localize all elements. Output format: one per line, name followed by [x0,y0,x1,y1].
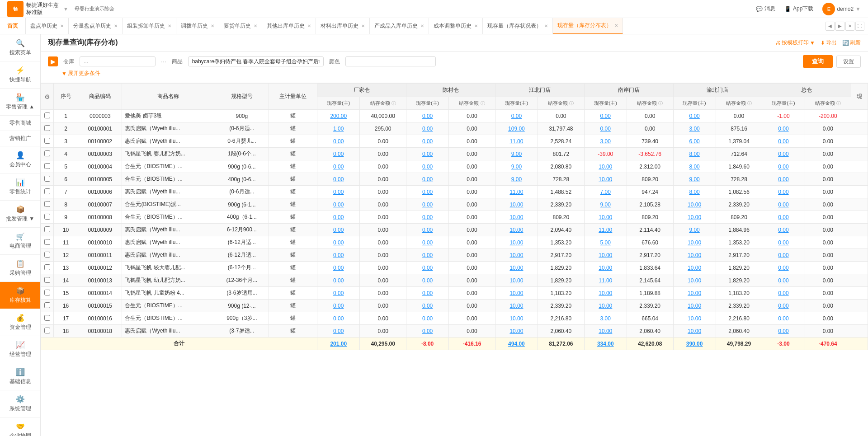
tab-current-stock-table[interactable]: 现存量（库存状况表） ✕ [483,18,553,34]
tab-close-other-out[interactable]: ✕ [307,23,311,28]
row-checkbox[interactable] [44,150,50,156]
cell-checkbox[interactable] [41,274,54,287]
row-checkbox[interactable] [44,290,50,295]
cell-jq[interactable]: 11.00 [495,135,538,148]
cell-cq[interactable]: 0.00 [406,211,448,224]
tab-close-assembly[interactable]: ✕ [168,23,171,28]
sidebar-item-purchase[interactable]: 📋 采购管理 [0,255,40,282]
tab-close-inventory-single[interactable]: ✕ [60,23,64,28]
print-btn[interactable]: 🖨 按模板打印 ▼ [775,39,815,47]
sidebar-item-ops[interactable]: 📈 经营管理 [0,336,40,363]
cell-nq[interactable]: 3.00 [584,312,627,325]
row-checkbox[interactable] [44,302,50,308]
dropdown-arrow[interactable]: ▼ [63,6,68,12]
footer-jq[interactable]: 494.00 [495,338,538,350]
app-download-btn[interactable]: 📱 App下载 [784,5,813,13]
cell-nq[interactable]: 10.00 [584,160,627,173]
cell-checkbox[interactable] [41,110,54,122]
cell-fq[interactable]: 0.00 [317,224,360,236]
tab-assembly[interactable]: 组装拆卸单历史 ✕ [123,18,176,34]
cell-ybq[interactable]: 8.00 [673,148,716,160]
footer-cq[interactable]: -8.00 [406,338,448,350]
cell-nq[interactable]: -39.00 [584,148,627,160]
cell-tq[interactable]: 0.00 [762,148,805,160]
cell-checkbox[interactable] [41,287,54,300]
cell-nq[interactable]: 7.00 [584,186,627,198]
footer-ybq[interactable]: 390.00 [673,338,716,350]
cell-fq[interactable]: 0.00 [317,300,360,312]
cell-cq[interactable]: 0.00 [406,262,448,274]
color-input[interactable] [345,56,436,66]
cell-jq[interactable]: 0.00 [495,110,538,122]
cell-fq[interactable]: 0.00 [317,249,360,262]
cell-tq[interactable]: 0.00 [762,186,805,198]
cell-checkbox[interactable] [41,122,54,135]
sidebar-item-system[interactable]: ⚙️ 系统管理 [0,390,40,417]
cell-checkbox[interactable] [41,148,54,160]
row-checkbox[interactable] [44,113,50,118]
cell-ybq[interactable]: 9.00 [673,173,716,186]
cell-nq[interactable]: 5.00 [584,236,627,249]
row-checkbox[interactable] [44,125,50,131]
cell-checkbox[interactable] [41,224,54,236]
tab-close-cost-adjust[interactable]: ✕ [474,23,478,28]
cell-cq[interactable]: 0.00 [406,325,448,338]
cell-fq[interactable]: 200.00 [317,110,360,122]
cell-ybq[interactable]: 9.00 [673,224,716,236]
cell-cq[interactable]: 0.00 [406,236,448,249]
cell-fq[interactable]: 0.00 [317,325,360,338]
cell-ybq[interactable]: 10.00 [673,287,716,300]
cell-ybq[interactable]: 3.00 [673,122,716,135]
cell-jq[interactable]: 10.00 [495,312,538,325]
tab-close-product-in[interactable]: ✕ [420,23,424,28]
tab-close-current-stock-dist[interactable]: ✕ [614,23,618,28]
cell-checkbox[interactable] [41,198,54,211]
row-checkbox[interactable] [44,328,50,333]
sidebar-item-ecommerce[interactable]: 🛒 电商管理 [0,228,40,255]
cell-cq[interactable]: 0.00 [406,198,448,211]
cell-nq[interactable]: 0.00 [584,110,627,122]
sidebar-item-wholesale[interactable]: 📦 批发管理 ▼ [0,201,40,228]
cell-jq[interactable]: 10.00 [495,198,538,211]
sidebar-sub-retail-mall[interactable]: 零售商城 [0,116,40,131]
cell-cq[interactable]: 0.00 [406,287,448,300]
cell-nq[interactable]: 10.00 [584,325,627,338]
cell-tq[interactable]: 0.00 [762,198,805,211]
setting-btn[interactable]: 设置 [836,56,861,68]
cell-jq[interactable]: 10.00 [495,249,538,262]
tab-close-transfer[interactable]: ✕ [211,23,214,28]
expand-btn[interactable]: ▼ 展开更多条件 [61,70,100,77]
cell-nq[interactable]: 10.00 [584,287,627,300]
tab-material-out[interactable]: 材料出库单历史 ✕ [316,18,370,34]
table-container[interactable]: ⚙ 序号 商品编码 商品名称 规格型号 主计量单位 厂家仓 陈村仓 江北门店 南… [41,83,868,436]
row-checkbox[interactable] [44,214,50,220]
cell-tq[interactable]: 0.00 [762,249,805,262]
row-checkbox[interactable] [44,226,50,232]
cell-checkbox[interactable] [41,211,54,224]
cell-checkbox[interactable] [41,262,54,274]
goods-input[interactable] [188,56,324,66]
cell-cq[interactable]: 0.00 [406,186,448,198]
row-checkbox[interactable] [44,163,50,169]
cell-jq[interactable]: 9.00 [495,160,538,173]
cell-jq[interactable]: 9.00 [495,173,538,186]
cell-tq[interactable]: 0.00 [762,262,805,274]
cell-ybq[interactable]: 8.00 [673,186,716,198]
settings-icon[interactable]: ⚙ [44,93,50,100]
cell-tq[interactable]: 0.00 [762,211,805,224]
cell-tq[interactable]: 0.00 [762,312,805,325]
cell-cq[interactable]: 0.00 [406,148,448,160]
cell-jq[interactable]: 10.00 [495,274,538,287]
sidebar-sub-marketing[interactable]: 营销推广 [0,131,40,146]
cell-ybq[interactable]: 0.00 [673,110,716,122]
cell-jq[interactable]: 10.00 [495,262,538,274]
user-avatar[interactable]: 按模板打印 E demo2 ▼ [822,3,861,15]
cell-ybq[interactable]: 8.00 [673,160,716,173]
cell-ybq[interactable]: 10.00 [673,236,716,249]
sidebar-item-finance[interactable]: 💰 资金管理 [0,309,40,336]
sidebar-item-shortcut[interactable]: ⚡ 快捷导航 [0,61,40,89]
tab-close-current-stock-table[interactable]: ✕ [544,23,548,28]
row-checkbox[interactable] [44,201,50,207]
tab-home[interactable]: 首页 [0,18,26,34]
row-checkbox[interactable] [44,264,50,270]
